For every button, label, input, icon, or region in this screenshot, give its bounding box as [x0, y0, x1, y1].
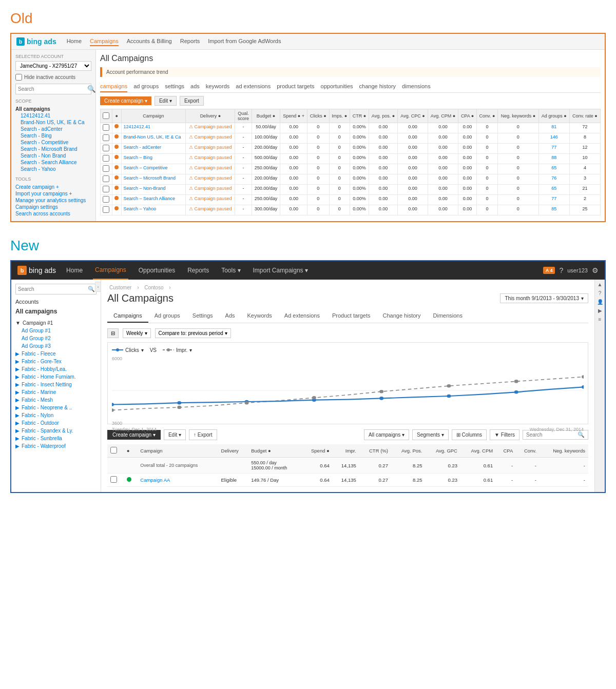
new-toolbar-search-input[interactable] — [526, 432, 578, 438]
new-th-avgpos[interactable]: Avg. Pos. — [391, 444, 426, 458]
old-account-select[interactable]: JameChung - X27951/27 — [15, 61, 91, 71]
new-campaign-name-1[interactable]: Campaign AA — [137, 474, 218, 487]
old-sidebar-campaign-6[interactable]: Search - Microsoft Brand — [15, 146, 91, 152]
campaign-name-4[interactable]: Search – Bing — [121, 154, 186, 164]
old-th-clicks[interactable]: Clicks ● — [307, 109, 329, 123]
old-tab-adext[interactable]: ad extensions — [236, 81, 271, 92]
new-tab-keywords[interactable]: Keywords — [241, 309, 278, 323]
new-adgroup-3[interactable]: Ad Group #3 — [15, 342, 97, 350]
new-campaign-insect[interactable]: ▶ Fabric - Insect Netting — [15, 381, 97, 388]
row-checkbox-5[interactable] — [103, 165, 109, 172]
old-tab-adgroups[interactable]: ad groups — [133, 81, 159, 92]
new-campaign-goretex[interactable]: ▶ Fabric - Gore-Tex — [15, 358, 97, 365]
campaign-name-7[interactable]: Search – Non-Brand — [121, 185, 186, 195]
old-th-convrate[interactable]: Conv. rate ● — [569, 109, 600, 123]
new-nav-import[interactable]: Import Campaigns ▾ — [251, 261, 310, 280]
new-th-avggpc[interactable]: Avg. GPC — [425, 444, 460, 458]
legend-clicks-chevron[interactable]: ▾ — [141, 347, 144, 353]
old-th-adgroups[interactable]: Ad groups ● — [538, 109, 569, 123]
row-checkbox-4[interactable] — [103, 155, 109, 162]
old-sidebar-campaign-4[interactable]: Search - Bing — [15, 132, 91, 139]
adgroups-9[interactable]: 85 — [538, 205, 569, 215]
old-tab-settings[interactable]: settings — [165, 81, 184, 92]
new-th-avgcpm[interactable]: Avg. CPM — [460, 444, 496, 458]
adgroups-4[interactable]: 88 — [538, 154, 569, 164]
old-th-conv[interactable]: Conv. ● — [476, 109, 497, 123]
old-tool-analytics[interactable]: Manage your analytics settings — [15, 197, 91, 204]
adgroups-6[interactable]: 76 — [538, 174, 569, 185]
old-tab-campaigns[interactable]: campaigns — [100, 81, 127, 92]
legend-impr-chevron[interactable]: ▾ — [189, 347, 192, 353]
interval-dropdown[interactable]: Weekly ▾ — [123, 328, 151, 338]
adgroups-2[interactable]: 146 — [538, 133, 569, 144]
old-sidebar-campaign-7[interactable]: Search - Non Brand — [15, 152, 91, 159]
new-th-impr[interactable]: Impr. — [333, 444, 359, 458]
new-campaign-parent-1[interactable]: ▼ Campaign #1 — [15, 319, 97, 327]
notification-badge[interactable]: A 4 — [543, 267, 555, 274]
new-campaign-outdoor[interactable]: ▶ Fabric - Outdoor — [15, 419, 97, 427]
new-campaign-waterproof[interactable]: ▶ Fabric - Waterproof — [15, 442, 97, 450]
old-sidebar-campaign-5[interactable]: Search - Competitive — [15, 139, 91, 146]
old-tool-create[interactable]: Create campaign + — [15, 184, 91, 190]
adgroups-1[interactable]: 81 — [538, 123, 569, 133]
new-adgroup-2[interactable]: Ad Group #2 — [15, 334, 97, 342]
old-tab-product[interactable]: product targets — [277, 81, 314, 92]
new-tab-adext[interactable]: Ad extensions — [278, 309, 326, 323]
old-th-avgpos[interactable]: Avg. pos. ● — [369, 109, 397, 123]
new-tab-campaigns[interactable]: Campaigns — [107, 309, 148, 323]
new-campaign-nylon[interactable]: ▶ Fabric - Nylon — [15, 411, 97, 419]
old-hide-inactive-checkbox[interactable] — [15, 74, 22, 81]
row-checkbox-7[interactable] — [103, 186, 109, 192]
old-nav-import[interactable]: Import from Google AdWords — [208, 37, 281, 46]
old-tab-dimensions[interactable]: dimensions — [402, 81, 431, 92]
old-performance-banner[interactable]: Account performance trend — [100, 67, 601, 77]
new-th-delivery[interactable]: Delivery — [218, 444, 248, 458]
new-th-negkw[interactable]: Neg. keywords — [540, 444, 588, 458]
old-th-budget[interactable]: Budget ● — [252, 109, 280, 123]
old-tool-settings[interactable]: Campaign settings — [15, 204, 91, 210]
row-checkbox-6[interactable] — [103, 175, 109, 182]
new-adgroup-1[interactable]: Ad Group #1 — [15, 327, 97, 334]
new-nav-opportunities[interactable]: Opportunities — [137, 261, 177, 280]
old-sidebar-campaign-3[interactable]: Search - adCenter — [15, 126, 91, 132]
old-th-spend[interactable]: Spend ● + — [280, 109, 307, 123]
old-th-avgcpc[interactable]: Avg. CPC ● — [398, 109, 428, 123]
sidebar-collapse-button[interactable]: ‹ — [95, 282, 101, 292]
old-nav-billing[interactable]: Accounts & Billing — [127, 37, 172, 46]
new-th-spend[interactable]: Spend ● — [301, 444, 333, 458]
old-nav-home[interactable]: Home — [67, 37, 82, 46]
row-checkbox-8[interactable] — [103, 196, 109, 203]
old-th-delivery[interactable]: Delivery ● — [186, 109, 235, 123]
old-sidebar-all-campaigns[interactable]: All campaigns — [15, 106, 91, 112]
old-sidebar-campaign-9[interactable]: Search - Yahoo — [15, 166, 91, 172]
user-right-icon[interactable]: 👤 — [597, 299, 603, 305]
row-checkbox-1[interactable] — [103, 124, 109, 131]
old-tab-ads[interactable]: ads — [190, 81, 200, 92]
old-tab-history[interactable]: change history — [359, 81, 396, 92]
new-th-cpa[interactable]: CPA — [496, 444, 516, 458]
adgroups-8[interactable]: 77 — [538, 195, 569, 205]
play-right-icon[interactable]: ▶ — [598, 308, 602, 313]
new-tab-adgroups[interactable]: Ad groups — [148, 309, 186, 323]
old-th-campaign[interactable]: Campaign — [121, 109, 186, 123]
date-range-picker[interactable]: This month 9/1/2013 - 9/30/2013 ▾ — [500, 293, 588, 303]
campaign-name-1[interactable]: 12412412.41 — [121, 123, 186, 133]
old-create-campaign-btn[interactable]: Create campaign ▾ — [100, 96, 151, 105]
old-nav-reports[interactable]: Reports — [180, 37, 200, 46]
old-edit-btn[interactable]: Edit ▾ — [155, 96, 177, 106]
old-th-cpa[interactable]: CPA ● — [458, 109, 477, 123]
old-tool-search[interactable]: Search across accounts — [15, 210, 91, 217]
username-display[interactable]: user123 — [567, 267, 588, 273]
new-th-conv[interactable]: Conv. — [516, 444, 540, 458]
chart-type-button[interactable]: ⊟ — [107, 328, 119, 338]
new-tab-dimensions[interactable]: Dimensions — [427, 309, 469, 323]
help-icon[interactable]: ? — [559, 266, 563, 274]
new-nav-tools[interactable]: Tools ▾ — [219, 261, 242, 280]
campaign-name-5[interactable]: Search – Competitive — [121, 164, 186, 174]
new-campaign-fleece[interactable]: ▶ Fabric - Fleece — [15, 350, 97, 358]
old-sidebar-campaign-1[interactable]: 12412412.41 — [15, 112, 91, 119]
old-th-avgcpm[interactable]: Avg. CPM ● — [428, 109, 458, 123]
adgroups-5[interactable]: 65 — [538, 164, 569, 174]
campaign-name-3[interactable]: Search - adCenter — [121, 144, 186, 154]
old-sidebar-campaign-2[interactable]: Brand-Non US, UK, IE & Ca — [15, 119, 91, 126]
